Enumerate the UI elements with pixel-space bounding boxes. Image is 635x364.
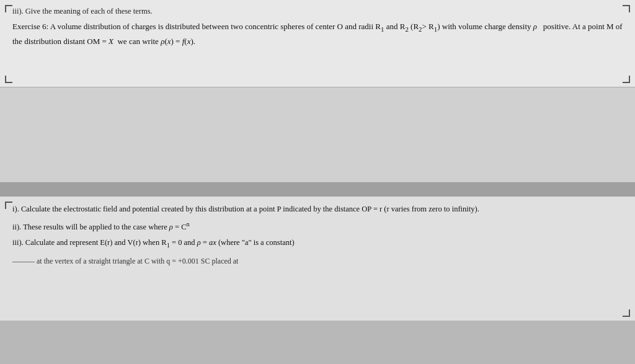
corner-mark-top-right: [623, 5, 630, 12]
exercise-title: Exercise 6:: [12, 22, 48, 31]
separator-bar: [0, 183, 635, 197]
bottom-section: i). Calculate the electrostatic field an…: [0, 197, 635, 321]
bottom-corner-right: [623, 309, 630, 317]
corner-mark-bottom-left: [5, 76, 12, 83]
blank-answer-area: [0, 87, 635, 183]
intro-line: iii). Give the meaning of each of these …: [12, 5, 623, 17]
bottom-corner-top-left: [5, 202, 12, 209]
page-container: iii). Give the meaning of each of these …: [0, 0, 635, 364]
bottom-text-block: i). Calculate the electrostatic field an…: [12, 203, 623, 268]
partial-bottom-text: ——— at the vertex of a straight triangle…: [12, 255, 623, 268]
exercise-line: Exercise 6: A volume distribution of cha…: [12, 20, 623, 48]
corner-mark-top-left: [5, 5, 12, 12]
part-ii-label: ii). These results will be applied to th…: [12, 223, 190, 231]
part-i-text: i). Calculate the electrostatic field an…: [12, 203, 623, 216]
corner-mark-bottom-right: [623, 76, 630, 83]
top-text-block: iii). Give the meaning of each of these …: [12, 5, 623, 48]
part-iii-label: iii). Calculate and represent E(r) and V…: [12, 238, 295, 247]
exercise-body: A volume distribution of charges is dist…: [12, 22, 623, 46]
top-section: iii). Give the meaning of each of these …: [0, 0, 635, 87]
part-ii-text: ii). These results will be applied to th…: [12, 219, 623, 234]
part-i-label: i). Calculate the electrostatic field an…: [12, 205, 479, 213]
part-iii-text: iii). Calculate and represent E(r) and V…: [12, 236, 623, 251]
